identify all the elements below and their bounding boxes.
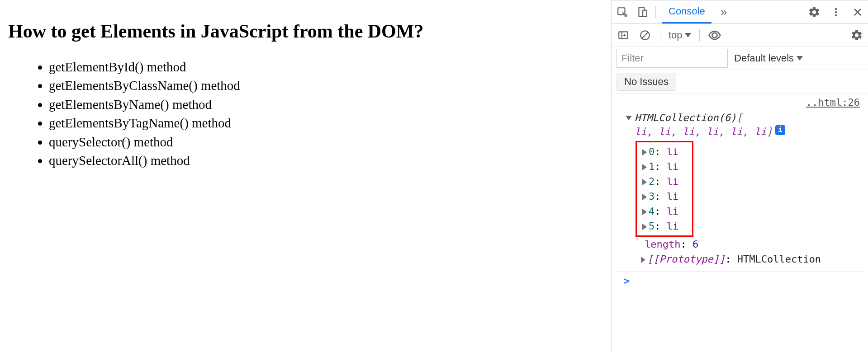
console-output: ..html:26 HTMLCollection(6) [ li, li, li… [612,94,868,352]
list-item: getElementsByTagName() method [49,114,603,132]
collection-item[interactable]: 1: li [642,159,678,174]
kebab-menu-icon[interactable] [829,5,843,19]
console-filter-row: Default levels [612,47,868,70]
collection-item[interactable]: 3: li [642,189,678,204]
chevron-right-icon [642,224,647,230]
list-item: querySelector() method [49,133,603,151]
collection-items-inline: li, li, li, li, li, li [635,125,766,139]
tab-console[interactable]: Console [662,0,711,23]
list-item: getElementById() method [49,58,603,76]
chevron-down-icon [626,116,632,120]
device-toolbar-icon[interactable] [636,5,649,19]
inspect-element-icon[interactable] [616,5,629,19]
close-icon[interactable] [851,5,864,19]
list-item: querySelectorAll() method [49,151,603,170]
svg-point-5 [835,14,837,16]
devtools-panel: Console » top [612,0,868,352]
collection-items-box: 0: li 1: li 2: li 3: li 4: li 5: li [636,141,693,237]
levels-label: Default levels [734,52,794,64]
settings-icon[interactable] [807,5,821,19]
page-heading: How to get Elements in JavaScript from t… [8,20,603,42]
svg-rect-2 [643,10,647,16]
bracket-close: ] [766,125,772,139]
collection-item[interactable]: 2: li [642,174,678,189]
issues-badge[interactable]: No Issues [617,73,676,91]
log-levels-selector[interactable]: Default levels [734,52,803,64]
chevron-right-icon [642,209,647,215]
collection-item[interactable]: 4: li [642,204,678,219]
page-content: How to get Elements in JavaScript from t… [0,0,612,352]
collection-item[interactable]: 0: li [642,144,678,159]
info-badge-icon[interactable]: i [775,125,785,135]
tab-overflow-icon[interactable]: » [718,5,730,19]
chevron-down-icon [797,56,803,61]
prompt-chevron-icon: > [624,275,630,286]
list-item: getElementsByClassName() method [49,76,603,95]
methods-list: getElementById() method getElementsByCla… [8,58,603,170]
collection-header[interactable]: HTMLCollection(6) [ li, li, li, li, li, … [617,111,863,139]
chevron-right-icon [642,194,647,200]
filter-input[interactable] [617,49,728,68]
toolbar-separator [660,29,660,42]
collection-item[interactable]: 5: li [642,219,678,234]
console-toolbar: top [612,24,868,47]
list-item: getElementsByName() method [49,95,603,114]
toolbar-separator [814,52,814,65]
bracket-open: [ [736,111,742,125]
console-settings-icon[interactable] [850,28,863,42]
clear-console-icon[interactable] [638,28,652,42]
console-sidebar-toggle-icon[interactable] [617,28,630,42]
source-link[interactable]: ..html:26 [806,97,860,108]
devtools-tabstrip: Console » [612,0,868,24]
issues-row: No Issues [612,70,868,94]
svg-point-3 [835,8,837,9]
context-label: top [669,29,683,41]
chevron-right-icon [642,164,647,170]
chevron-right-icon [642,149,647,155]
svg-point-8 [712,33,717,38]
toolbar-separator [699,29,700,42]
chevron-down-icon [685,33,691,38]
collection-prototype[interactable]: [[Prototype]]: HTMLCollection [641,252,863,267]
context-selector[interactable]: top [669,29,691,41]
console-prompt[interactable]: > [617,271,863,290]
tab-separator [655,6,656,19]
collection-type: HTMLCollection(6) [635,111,736,125]
svg-point-4 [835,11,837,13]
live-expression-icon[interactable] [708,28,721,42]
collection-length: length: 6 [645,237,863,252]
chevron-right-icon [641,257,645,263]
chevron-right-icon [642,179,647,185]
